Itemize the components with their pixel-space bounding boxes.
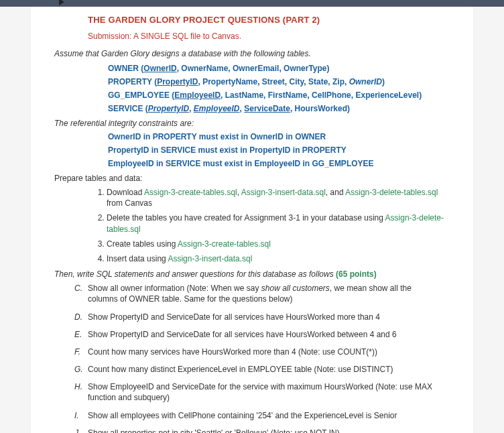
question-label: G. [54, 364, 88, 375]
schema-text: , OwnerName, OwnerEmail, OwnerType) [177, 64, 330, 73]
page-title: THE GARDEN GLORY PROJECT QUESTIONS (PART… [88, 15, 446, 25]
step-text: , and [326, 188, 345, 197]
question-label: C. [54, 283, 88, 304]
top-toolbar [0, 0, 504, 7]
schema-text: ) [382, 77, 385, 86]
question-item: G. Count how many distinct ExperienceLev… [54, 364, 446, 375]
schema-text: , HoursWorked) [290, 104, 350, 113]
play-icon [59, 0, 64, 5]
question-text: Show PropertyID and ServiceDate for all … [88, 329, 446, 340]
file-link: Assign-3-create-tables.sql [144, 188, 237, 197]
schema-text: GG_EMPLOYEE ( [108, 90, 174, 100]
step-text: Insert data using [107, 254, 168, 263]
schema-pk: EmployeeID [174, 90, 220, 100]
file-link: Assign-3-delete-tables.sql [345, 188, 438, 197]
schema-text: SERVICE ( [108, 104, 148, 113]
steps-list: Download Assign-3-create-tables.sql, Ass… [94, 187, 446, 264]
schema-property: PROPERTY (PropertyID, PropertyName, Stre… [108, 77, 446, 86]
prepare-heading: Prepare tables and data: [54, 174, 446, 183]
schema-pk: PropertyID [148, 104, 189, 113]
submission-note: Submission: A SINGLE SQL file to Canvas. [88, 32, 446, 41]
schema-text: , LastName, FirstName, CellPhone, Experi… [220, 90, 422, 100]
question-text: Show all owner information (Note: When w… [88, 283, 446, 304]
question-label: F. [54, 347, 88, 357]
ref-heading: The referential integrity constraints ar… [54, 119, 446, 128]
question-label: I. [54, 410, 88, 421]
question-label: E. [54, 329, 88, 340]
ref-constraint: PropertyID in SERVICE must exist in Prop… [108, 145, 446, 155]
question-item: I. Show all employees with CellPhone con… [54, 410, 446, 421]
points-label: (65 points) [336, 269, 377, 279]
schema-text: OWNER ( [108, 64, 143, 73]
ref-constraint: EmployeeID in SERVICE must exist in Empl… [108, 159, 446, 168]
step-item: Delete the tables you have created for A… [107, 212, 446, 234]
schema-pk: EmployeeID [194, 104, 240, 113]
question-item: E. Show PropertyID and ServiceDate for a… [54, 329, 446, 340]
file-link: Assign-3-insert-data.sql [168, 254, 252, 263]
question-item: C. Show all owner information (Note: Whe… [54, 283, 446, 304]
schema-pk: PropertyID [157, 77, 198, 86]
question-text: Show PropertyID and ServiceDate for all … [88, 312, 446, 322]
step-text: Delete the tables you have created for A… [107, 213, 385, 223]
schema-fk: OwnerID [349, 77, 382, 86]
step-item: Insert data using Assign-3-insert-data.s… [107, 253, 446, 264]
question-text: Count how many distinct ExperienceLevel … [88, 364, 446, 375]
schema-pk: OwnerID [143, 64, 176, 73]
schema-owner: OWNER (OwnerID, OwnerName, OwnerEmail, O… [108, 64, 446, 73]
question-label: H. [54, 381, 88, 403]
question-text: Show all properties not in city 'Seattle… [88, 428, 446, 433]
step-text: Create tables using [107, 239, 178, 249]
question-text: Show EmployeeID and ServiceDate for the … [88, 381, 446, 403]
question-item: H. Show EmployeeID and ServiceDate for t… [54, 381, 446, 403]
assume-text: Assume that Garden Glory designs a datab… [54, 49, 446, 58]
file-link: Assign-3-insert-data.sql [241, 188, 326, 197]
step-item: Download Assign-3-create-tables.sql, Ass… [107, 187, 446, 208]
q-em: show all customers [261, 284, 330, 293]
question-label: J. [54, 428, 88, 433]
schema-text: , [189, 104, 194, 113]
then-text: Then, write SQL statements and answer qu… [54, 269, 446, 279]
schema-text: , PropertyName, Street, City, State, Zip… [198, 77, 349, 86]
question-label: D. [54, 312, 88, 322]
step-item: Create tables using Assign-3-create-tabl… [107, 239, 446, 249]
question-text: Count how many services have HoursWorked… [88, 347, 446, 357]
question-item: F. Count how many services have HoursWor… [54, 347, 446, 357]
file-link: Assign-3-create-tables.sql [178, 239, 271, 249]
viewer-background: THE GARDEN GLORY PROJECT QUESTIONS (PART… [0, 7, 504, 433]
question-text: Show all employees with CellPhone contai… [88, 410, 446, 421]
ref-constraint: OwnerID in PROPERTY must exist in OwnerI… [108, 132, 446, 141]
then-body: Then, write SQL statements and answer qu… [54, 269, 336, 279]
question-item: J. Show all properties not in city 'Seat… [54, 428, 446, 433]
question-item: D. Show PropertyID and ServiceDate for a… [54, 312, 446, 322]
schema-service: SERVICE (PropertyID, EmployeeID, Service… [108, 104, 446, 113]
document-page: THE GARDEN GLORY PROJECT QUESTIONS (PART… [31, 7, 473, 433]
schema-employee: GG_EMPLOYEE (EmployeeID, LastName, First… [108, 90, 446, 100]
schema-text: PROPERTY ( [108, 77, 157, 86]
step-text: from Canvas [107, 198, 152, 208]
question-list: C. Show all owner information (Note: Whe… [54, 283, 446, 433]
schema-pk: ServiceDate [244, 104, 290, 113]
q-text: Show all owner information (Note: When w… [88, 284, 261, 293]
step-text: Download [107, 188, 144, 197]
